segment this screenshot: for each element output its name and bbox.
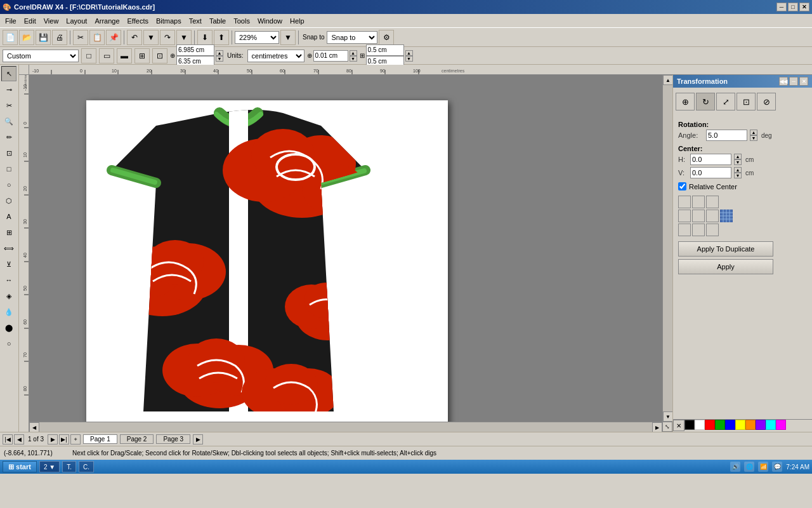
taskbar-item-t[interactable]: T.	[62, 461, 76, 472]
page-width-input[interactable]	[176, 44, 214, 56]
page-landscape[interactable]: ▬	[117, 48, 132, 64]
tool-measure[interactable]: ↔	[1, 272, 16, 288]
center-h-input[interactable]	[690, 154, 731, 165]
color-swatch-purple[interactable]	[756, 420, 766, 430]
grid-cell-bc[interactable]	[692, 224, 705, 236]
grid-cell-bl[interactable]	[678, 224, 691, 236]
title-bar-controls[interactable]: ─ □ ✕	[776, 3, 809, 11]
tool-outline[interactable]: ○	[1, 336, 16, 351]
color-swatch-blue[interactable]	[725, 420, 735, 430]
tool-select[interactable]: ↖	[1, 66, 16, 81]
tab-size[interactable]: ⊡	[737, 93, 756, 110]
grid-cell-tc[interactable]	[692, 196, 705, 208]
tool-interactive[interactable]: ◈	[1, 288, 16, 304]
menu-layout[interactable]: Layout	[62, 16, 91, 26]
color-swatch-cyan[interactable]	[766, 420, 776, 430]
menu-text[interactable]: Text	[185, 16, 206, 26]
copy-button[interactable]: 📋	[89, 30, 105, 45]
snap-settings[interactable]: ⚙	[379, 30, 394, 45]
zoom-combo[interactable]: 229% 100% 200% 50%	[235, 31, 279, 44]
grid-cell-tr[interactable]	[706, 196, 719, 208]
h-spin-down[interactable]: ▼	[734, 159, 742, 165]
save-button[interactable]: 💾	[36, 30, 51, 45]
tool-crop[interactable]: ✂	[1, 98, 16, 113]
sys-icon-1[interactable]: 🔊	[730, 462, 740, 472]
taskbar-item-2[interactable]: 2 ▼	[39, 461, 60, 472]
units-combo[interactable]: centimetres inches pixels	[247, 50, 304, 62]
tool-rectangle[interactable]: □	[1, 161, 16, 177]
nudge-spin-up[interactable]: ▲	[350, 50, 357, 56]
redo-dropdown[interactable]: ▼	[176, 30, 192, 45]
grid-cell-ml[interactable]	[678, 210, 691, 222]
cut-button[interactable]: ✂	[73, 30, 88, 45]
scroll-track-h[interactable]	[39, 422, 652, 432]
menu-table[interactable]: Table	[206, 16, 230, 26]
scroll-corner[interactable]: ⤡	[662, 422, 672, 432]
tool-connector[interactable]: ⊻	[1, 257, 16, 272]
scroll-up-button[interactable]: ▲	[663, 75, 672, 85]
v-spin-down[interactable]: ▼	[734, 173, 742, 178]
close-button[interactable]: ✕	[799, 3, 809, 11]
undo-button[interactable]: ↶	[127, 30, 142, 45]
width-spin-up[interactable]: ▲	[216, 50, 223, 56]
color-swatch-magenta[interactable]	[776, 420, 786, 430]
color-swatch-black[interactable]	[684, 420, 695, 430]
menu-view[interactable]: View	[40, 16, 63, 26]
color-swatch-white[interactable]	[695, 420, 705, 430]
paste-button[interactable]: 📌	[106, 30, 121, 45]
nav-next-button[interactable]: ▶	[48, 434, 58, 444]
zoom-dropdown[interactable]: ▼	[280, 30, 296, 45]
sys-icon-4[interactable]: 💬	[772, 462, 782, 472]
minimize-button[interactable]: ─	[776, 3, 787, 11]
angle-input[interactable]	[706, 130, 747, 141]
tool-fill[interactable]: ⬤	[1, 320, 16, 335]
h-spin-up[interactable]: ▲	[734, 154, 742, 159]
panel-pin-button[interactable]: ◀◀	[779, 77, 788, 86]
grid-cell-tl[interactable]	[678, 196, 691, 208]
scroll-tabs-button[interactable]: ▶	[193, 434, 203, 444]
grid-cell-mc[interactable]	[692, 210, 705, 222]
grid-cell-mr[interactable]	[706, 210, 719, 222]
tool-text[interactable]: A	[1, 209, 16, 224]
page-tab-2[interactable]: Page 2	[120, 434, 154, 444]
menu-help[interactable]: Help	[286, 16, 308, 26]
relative-center-checkbox[interactable]	[678, 182, 686, 190]
sys-icon-2[interactable]: 🌐	[744, 462, 754, 472]
apply-button[interactable]: Apply	[678, 259, 773, 274]
tab-position[interactable]: ⊕	[676, 93, 695, 110]
pos-spin-up[interactable]: ▲	[405, 50, 413, 56]
page-tab-3[interactable]: Page 3	[156, 434, 190, 444]
scroll-left-button[interactable]: ◀	[29, 422, 39, 432]
pos-spin-down[interactable]: ▼	[405, 56, 413, 62]
vertical-scrollbar[interactable]: ▲ ▼	[662, 75, 672, 422]
horizontal-scrollbar[interactable]: ◀ ▶	[29, 422, 662, 432]
menu-window[interactable]: Window	[254, 16, 286, 26]
page-options[interactable]: ⊞	[134, 48, 150, 64]
scroll-track-v[interactable]	[663, 85, 672, 411]
nav-prev-button[interactable]: ◀	[14, 434, 24, 444]
canvas-container[interactable]: ▲ ▼ ◀ ▶ ⤡	[29, 75, 672, 432]
menu-bitmaps[interactable]: Bitmaps	[152, 16, 185, 26]
nav-last-button[interactable]: ▶|	[59, 434, 69, 444]
snap-combo[interactable]: Snap to	[327, 31, 377, 44]
nav-first-button[interactable]: |◀	[3, 434, 13, 444]
tool-parallel[interactable]: ⟺	[1, 241, 16, 256]
scroll-down-button[interactable]: ▼	[663, 411, 672, 422]
tool-freehand[interactable]: ✏	[1, 130, 16, 145]
nudge-input[interactable]	[313, 50, 348, 62]
no-color-swatch[interactable]: ✕	[673, 420, 684, 431]
center-v-input[interactable]	[690, 167, 731, 178]
color-swatch-red[interactable]	[705, 420, 715, 430]
print-button[interactable]: 🖨	[52, 30, 67, 45]
color-swatch-yellow[interactable]	[735, 420, 745, 430]
menu-tools[interactable]: Tools	[230, 16, 254, 26]
sys-icon-3[interactable]: 📶	[758, 462, 768, 472]
panel-minimize-button[interactable]: ─	[789, 77, 798, 86]
angle-spin-up[interactable]: ▲	[750, 130, 757, 135]
export-button[interactable]: ⬆	[214, 30, 229, 45]
tool-smart-draw[interactable]: ⊡	[1, 145, 16, 161]
start-button[interactable]: ⊞ start	[3, 461, 37, 472]
new-button[interactable]: 📄	[3, 30, 18, 45]
lock-ratio-button[interactable]: □	[81, 48, 96, 64]
page-tab-1[interactable]: Page 1	[83, 434, 117, 444]
